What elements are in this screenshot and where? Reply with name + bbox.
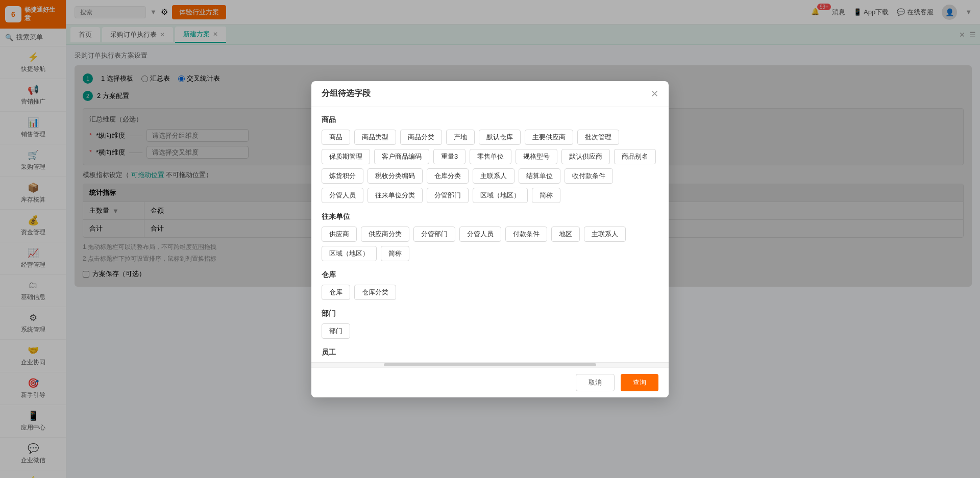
field-tag[interactable]: 仓库分类 (427, 168, 469, 184)
modal: 分组待选字段 ✕ 商品商品商品类型商品分类产地默认仓库主要供应商批次管理保质期管… (311, 81, 669, 397)
field-tag[interactable]: 零售单位 (470, 149, 511, 164)
section-title-warehouse: 仓库 (322, 270, 658, 280)
confirm-button[interactable]: 查询 (621, 374, 658, 391)
field-tag[interactable]: 结算单位 (519, 168, 560, 184)
section-employee: 员工业务员 (322, 348, 658, 363)
field-tag[interactable]: 区域（地区） (322, 246, 377, 261)
field-tag[interactable]: 仓库分类 (354, 285, 396, 300)
field-tag[interactable]: 部门 (322, 323, 350, 339)
field-tag[interactable]: 往来单位分类 (368, 188, 423, 203)
field-tag[interactable]: 简称 (532, 188, 560, 203)
field-tag[interactable]: 商品类型 (354, 130, 396, 145)
field-tag[interactable]: 供应商 (322, 227, 357, 242)
modal-footer: 取消 查询 (311, 367, 669, 397)
field-tag[interactable]: 商品分类 (400, 130, 442, 145)
field-tag[interactable]: 仓库 (322, 285, 350, 300)
field-tag[interactable]: 商品 (322, 130, 350, 145)
field-tag[interactable]: 保质期管理 (322, 149, 370, 164)
field-tag[interactable]: 炼货积分 (322, 168, 363, 184)
field-tag[interactable]: 供应商分类 (361, 227, 409, 242)
section-partner: 往来单位供应商供应商分类分管部门分管人员付款条件地区主联系人区域（地区）简称 (322, 212, 658, 261)
section-title-partner: 往来单位 (322, 212, 658, 221)
field-tag[interactable]: 地区 (551, 227, 580, 242)
field-tag[interactable]: 付款条件 (505, 227, 547, 242)
section-department: 部门部门 (322, 309, 658, 339)
modal-body[interactable]: 商品商品商品类型商品分类产地默认仓库主要供应商批次管理保质期管理客户商品编码重量… (311, 107, 669, 363)
field-tag[interactable]: 区域（地区） (473, 188, 528, 203)
field-tags-product: 商品商品类型商品分类产地默认仓库主要供应商批次管理保质期管理客户商品编码重量3零… (322, 130, 658, 203)
field-tag[interactable]: 简称 (381, 246, 409, 261)
field-tag[interactable]: 商品别名 (614, 149, 656, 164)
field-tag[interactable]: 分管部门 (427, 188, 469, 203)
field-tag[interactable]: 分管人员 (322, 188, 363, 203)
field-tags-department: 部门 (322, 323, 658, 339)
modal-overlay: 分组待选字段 ✕ 商品商品商品类型商品分类产地默认仓库主要供应商批次管理保质期管… (0, 0, 980, 478)
section-title-department: 部门 (322, 309, 658, 318)
modal-hscroll[interactable] (311, 362, 669, 367)
field-tag[interactable]: 税收分类编码 (368, 168, 423, 184)
section-warehouse: 仓库仓库仓库分类 (322, 270, 658, 300)
hscroll-thumb (384, 363, 596, 366)
field-tag[interactable]: 主联系人 (584, 227, 626, 242)
field-tag[interactable]: 批次管理 (577, 130, 619, 145)
field-tag[interactable]: 重量3 (433, 149, 465, 164)
field-tag[interactable]: 主要供应商 (525, 130, 573, 145)
field-tag[interactable]: 客户商品编码 (374, 149, 429, 164)
modal-header: 分组待选字段 ✕ (311, 81, 669, 107)
section-title-employee: 员工 (322, 348, 658, 357)
field-tag[interactable]: 主联系人 (473, 168, 514, 184)
field-tags-warehouse: 仓库仓库分类 (322, 285, 658, 300)
section-title-product: 商品 (322, 115, 658, 124)
modal-title: 分组待选字段 (322, 88, 371, 99)
modal-close-button[interactable]: ✕ (651, 88, 658, 99)
field-tags-partner: 供应商供应商分类分管部门分管人员付款条件地区主联系人区域（地区）简称 (322, 227, 658, 261)
field-tag[interactable]: 收付款条件 (565, 168, 613, 184)
field-tag[interactable]: 分管人员 (459, 227, 501, 242)
field-tag[interactable]: 产地 (446, 130, 475, 145)
field-tag[interactable]: 默认仓库 (479, 130, 521, 145)
field-tag[interactable]: 分管部门 (413, 227, 455, 242)
section-product: 商品商品商品类型商品分类产地默认仓库主要供应商批次管理保质期管理客户商品编码重量… (322, 115, 658, 203)
field-tag[interactable]: 规格型号 (516, 149, 557, 164)
field-tag[interactable]: 默认供应商 (561, 149, 610, 164)
cancel-button[interactable]: 取消 (576, 374, 615, 391)
